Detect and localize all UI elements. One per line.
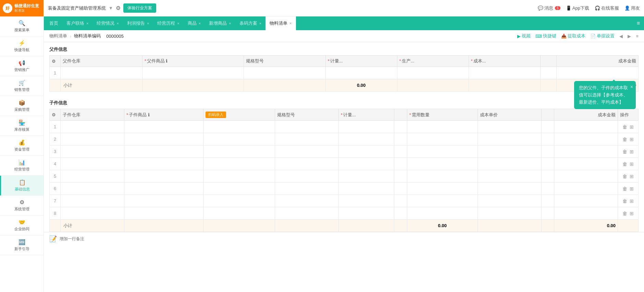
sidebar-item-quick-nav[interactable]: ⚡ 快捷导航 (0, 36, 44, 56)
child-unit-1[interactable] (338, 121, 394, 133)
tab-new-goods-close[interactable]: × (229, 21, 231, 25)
copy-row-3-icon[interactable]: ⊞ (630, 149, 634, 154)
child-qty-8[interactable] (407, 207, 478, 220)
message-link[interactable]: 💬 消息 6 (538, 5, 560, 11)
sidebar-item-marketing[interactable]: 📢 营销推广 (0, 56, 44, 76)
child-warehouse-2[interactable] (61, 133, 124, 145)
child-product-1[interactable] (124, 121, 203, 133)
child-spec-6[interactable] (275, 183, 338, 195)
tab-bom[interactable]: 物料清单 × (265, 16, 296, 30)
tab-new-goods[interactable]: 新增商品 × (205, 16, 235, 30)
child-warehouse-3[interactable] (61, 145, 124, 158)
copy-row-4-icon[interactable]: ⊞ (630, 161, 634, 167)
child-spec-2[interactable] (275, 133, 338, 145)
child-qty-4[interactable] (407, 158, 478, 170)
child-product-6[interactable] (124, 183, 203, 195)
child-unit-7[interactable] (338, 195, 394, 207)
delete-row-5-icon[interactable]: 🗑 (622, 174, 627, 179)
child-spec-7[interactable] (275, 195, 338, 207)
child-product-3[interactable] (124, 145, 203, 158)
parent-product-cell[interactable] (142, 67, 244, 79)
tab-customer-close[interactable]: × (86, 21, 88, 25)
child-unit-5[interactable] (338, 170, 394, 183)
add-note-icon[interactable]: 📝 (49, 235, 57, 243)
delete-row-3-icon[interactable]: 🗑 (622, 149, 627, 154)
nav-prev-icon[interactable]: ◀ (619, 34, 623, 39)
tab-operations-status[interactable]: 经营情况 × (92, 16, 123, 30)
child-unit-4[interactable] (338, 158, 394, 170)
child-unit-cost-6[interactable] (478, 183, 541, 195)
child-warehouse-8[interactable] (61, 207, 124, 220)
system-dropdown-icon[interactable]: ▼ (109, 5, 113, 11)
sidebar-item-sales[interactable]: 🛒 销售管理 (0, 76, 44, 96)
child-product-2[interactable] (124, 133, 203, 145)
tab-barcode[interactable]: 条码方案 × (235, 16, 265, 30)
online-service-link[interactable]: 🎧 在线客服 (595, 5, 619, 11)
parent-production-cell[interactable] (397, 67, 469, 79)
child-unit-cost-7[interactable] (478, 195, 541, 207)
delete-row-1-icon[interactable]: 🗑 (622, 124, 627, 130)
nav-next-icon[interactable]: ▶ (628, 34, 631, 39)
trial-button[interactable]: 体验行业方案 (123, 3, 156, 13)
child-qty-7[interactable] (407, 195, 478, 207)
child-unit-2[interactable] (338, 133, 394, 145)
tab-goods[interactable]: 商品 × (184, 16, 205, 30)
extract-cost-button[interactable]: 📥 提取成本 (561, 33, 585, 39)
child-spec-5[interactable] (275, 170, 338, 183)
sidebar-item-system[interactable]: ⚙ 系统管理 (0, 196, 44, 215)
child-warehouse-6[interactable] (61, 183, 124, 195)
child-spec-1[interactable] (275, 121, 338, 133)
tab-operations-history-close[interactable]: × (177, 21, 179, 25)
child-spec-4[interactable] (275, 158, 338, 170)
child-qty-3[interactable] (407, 145, 478, 158)
single-settings-button[interactable]: 📄 单据设置 (590, 33, 615, 39)
delete-row-6-icon[interactable]: 🗑 (622, 186, 627, 191)
tooltip-close-button[interactable]: × (630, 83, 633, 91)
child-warehouse-1[interactable] (61, 121, 124, 133)
child-product-4[interactable] (124, 158, 203, 170)
child-qty-1[interactable] (407, 121, 478, 133)
sidebar-item-guide[interactable]: 🆕 新手引导 (0, 235, 44, 255)
settings-icon[interactable]: ⚙ (116, 5, 121, 11)
sidebar-item-basic-info[interactable]: 📋 基础信息 (0, 176, 44, 196)
tab-profit-report[interactable]: 利润报告 × (123, 16, 153, 30)
child-unit-8[interactable] (338, 207, 394, 220)
tab-operations-status-close[interactable]: × (116, 21, 119, 25)
child-unit-cost-1[interactable] (478, 121, 541, 133)
child-unit-6[interactable] (338, 183, 394, 195)
sidebar-item-finance[interactable]: 💰 资金管理 (0, 136, 44, 156)
delete-row-7-icon[interactable]: 🗑 (622, 198, 627, 204)
delete-row-8-icon[interactable]: 🗑 (622, 211, 627, 216)
user-avatar[interactable]: 👤 用友 (624, 5, 640, 11)
tab-operations-history[interactable]: 经营历程 × (153, 16, 183, 30)
child-product-8[interactable] (124, 207, 203, 220)
child-product-7[interactable] (124, 195, 203, 207)
add-note-label[interactable]: 增加一行备注 (60, 236, 84, 242)
sidebar-item-enterprise[interactable]: 🤝 企业协同 (0, 215, 44, 235)
shortcut-button[interactable]: ⌨ 快捷键 (535, 33, 556, 39)
child-spec-3[interactable] (275, 145, 338, 158)
copy-row-7-icon[interactable]: ⊞ (630, 198, 634, 204)
close-all-tabs-icon[interactable]: ≡ (634, 20, 643, 26)
sidebar-item-inventory[interactable]: 🏪 库存核算 (0, 116, 44, 136)
child-unit-cost-5[interactable] (478, 170, 541, 183)
delete-row-4-icon[interactable]: 🗑 (622, 161, 627, 167)
copy-row-6-icon[interactable]: ⊞ (630, 186, 634, 191)
tab-goods-close[interactable]: × (199, 21, 201, 25)
copy-row-5-icon[interactable]: ⊞ (630, 174, 634, 179)
tab-home[interactable]: 首页 (45, 16, 62, 30)
child-qty-6[interactable] (407, 183, 478, 195)
child-unit-cost-4[interactable] (478, 158, 541, 170)
parent-warehouse-cell[interactable] (61, 67, 143, 79)
sidebar-item-operations[interactable]: 📊 经营管理 (0, 156, 44, 176)
parent-unit-cell[interactable] (325, 67, 397, 79)
child-warehouse-5[interactable] (61, 170, 124, 183)
child-qty-5[interactable] (407, 170, 478, 183)
child-warehouse-7[interactable] (61, 195, 124, 207)
child-qty-2[interactable] (407, 133, 478, 145)
tab-profit-report-close[interactable]: × (147, 21, 149, 25)
tab-customer[interactable]: 客户联络 × (62, 16, 92, 30)
video-button[interactable]: ▶ 视频 (517, 33, 531, 39)
child-unit-cost-2[interactable] (478, 133, 541, 145)
child-unit-cost-8[interactable] (478, 207, 541, 220)
